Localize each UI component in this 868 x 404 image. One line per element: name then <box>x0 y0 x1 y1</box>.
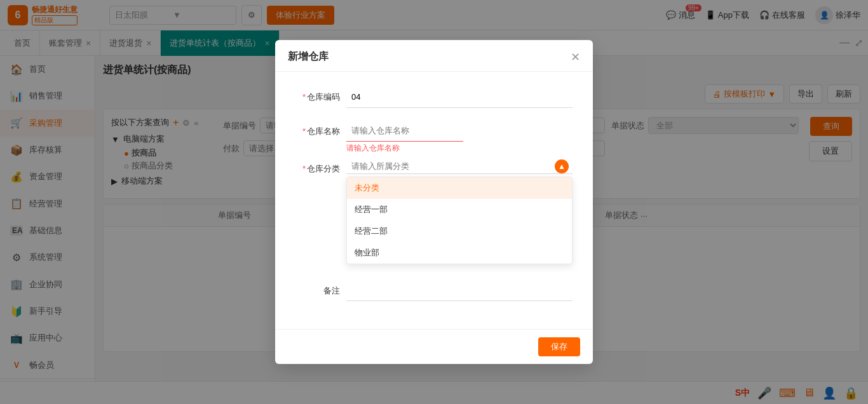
form-label-code: 仓库编码 <box>295 87 346 107</box>
warehouse-name-input[interactable] <box>346 121 463 142</box>
form-label-remark: 备注 <box>295 281 346 301</box>
warehouse-name-error: 请输入仓库名称 <box>346 143 400 154</box>
form-label-name: 仓库名称 <box>295 121 346 142</box>
save-button[interactable]: 保存 <box>538 337 580 356</box>
category-toggle-icon[interactable]: ▲ <box>555 159 569 173</box>
form-label-category: 仓库分类 <box>295 159 346 179</box>
form-row-category: 仓库分类 ▲ 未分类 经营一部 经营二部 物业部 <box>295 159 573 179</box>
form-row-name: 仓库名称 请输入仓库名称 <box>295 121 573 154</box>
form-row-remark: 备注 <box>295 281 573 301</box>
category-select-wrap: ▲ 未分类 经营一部 经营二部 物业部 <box>346 159 573 174</box>
warehouse-remark-input[interactable] <box>346 281 573 301</box>
dropdown-item-op2[interactable]: 经营二部 <box>347 220 572 242</box>
modal-add-warehouse: 新增仓库 ✕ 仓库编码 仓库名称 请输入仓库名称 仓库分类 <box>275 40 593 364</box>
modal-title: 新增仓库 <box>288 50 329 64</box>
warehouse-category-input[interactable] <box>346 159 573 174</box>
dropdown-item-none[interactable]: 未分类 <box>347 177 572 199</box>
form-row-code: 仓库编码 <box>295 87 573 108</box>
warehouse-code-input[interactable] <box>346 87 573 108</box>
modal-header: 新增仓库 ✕ <box>275 40 593 72</box>
modal-body: 仓库编码 仓库名称 请输入仓库名称 仓库分类 ▲ 未分类 <box>275 72 593 329</box>
modal-footer: 保存 <box>275 329 593 364</box>
modal-overlay: 新增仓库 ✕ 仓库编码 仓库名称 请输入仓库名称 仓库分类 <box>0 0 868 404</box>
modal-close-button[interactable]: ✕ <box>571 51 580 63</box>
category-dropdown: 未分类 经营一部 经营二部 物业部 <box>346 177 573 264</box>
dropdown-item-op3[interactable]: 物业部 <box>347 242 572 264</box>
dropdown-item-op1[interactable]: 经营一部 <box>347 199 572 220</box>
